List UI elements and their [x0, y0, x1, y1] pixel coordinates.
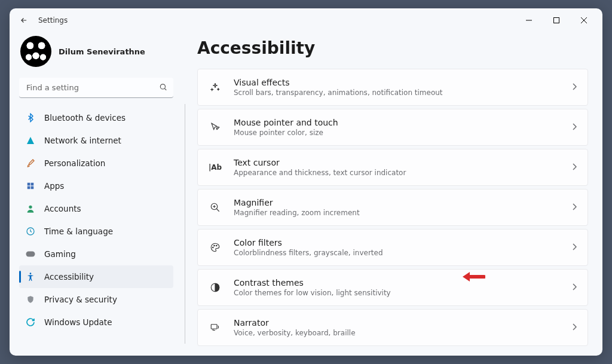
sidebar-item-label: Apps [44, 181, 64, 191]
settings-card-narrator[interactable]: NarratorVoice, verbosity, keyboard, brai… [197, 309, 588, 346]
settings-card-visual-effects[interactable]: Visual effectsScroll bars, transparency,… [197, 69, 588, 106]
settings-card-text-cursor[interactable]: |AbText cursorAppearance and thickness, … [197, 149, 588, 186]
narrator-icon [209, 322, 222, 333]
maximize-button[interactable] [543, 11, 570, 30]
avatar [20, 36, 51, 67]
sidebar-item-label: Time & language [44, 227, 113, 236]
close-button[interactable] [570, 11, 598, 30]
card-title: Narrator [234, 318, 560, 328]
card-text: Visual effectsScroll bars, transparency,… [234, 78, 560, 97]
card-text: Mouse pointer and touchMouse pointer col… [234, 118, 560, 137]
chevron-right-icon [572, 203, 577, 212]
sidebar-item-windows-update[interactable]: Windows Update [19, 311, 173, 334]
sidebar-item-label: Personalization [44, 158, 105, 168]
svg-point-9 [30, 273, 32, 274]
card-text: MagnifierMagnifier reading, zoom increme… [234, 198, 560, 217]
card-title: Mouse pointer and touch [234, 118, 560, 127]
card-title: Magnifier [234, 198, 560, 207]
scrollbar-track[interactable] [185, 104, 185, 344]
svg-rect-3 [31, 183, 34, 186]
sidebar-item-apps[interactable]: Apps [19, 175, 173, 197]
card-title: Contrast themes [234, 278, 560, 287]
card-desc: Appearance and thickness, text cursor in… [234, 169, 560, 177]
sidebar-item-time-language[interactable]: Time & language [19, 220, 173, 243]
svg-rect-4 [27, 186, 30, 189]
search-icon [159, 83, 167, 93]
back-button[interactable] [14, 11, 33, 30]
svg-rect-5 [31, 186, 34, 189]
sidebar-item-gaming[interactable]: Gaming [19, 243, 173, 265]
minimize-button[interactable] [515, 11, 543, 30]
clock-icon [25, 226, 36, 237]
main-panel: Accessibility Visual effectsScroll bars,… [183, 32, 602, 356]
card-desc: Voice, verbosity, keyboard, braille [234, 329, 560, 337]
sidebar-item-accounts[interactable]: Accounts [19, 197, 173, 220]
card-desc: Colorblindness filters, grayscale, inver… [234, 249, 560, 257]
svg-point-12 [214, 245, 215, 246]
card-text: Text cursorAppearance and thickness, tex… [234, 158, 560, 177]
chevron-right-icon [572, 123, 577, 132]
settings-card-list: Visual effectsScroll bars, transparency,… [197, 69, 588, 346]
card-title: Text cursor [234, 158, 560, 167]
sidebar: Dilum Senevirathne Bluetooth & devicesNe… [10, 32, 183, 356]
bluetooth-icon [25, 112, 36, 123]
search-input[interactable] [19, 78, 173, 98]
sidebar-item-personalization[interactable]: Personalization [19, 152, 173, 175]
accessibility-icon [25, 271, 36, 282]
user-profile[interactable]: Dilum Senevirathne [19, 32, 173, 78]
sidebar-item-label: Bluetooth & devices [44, 113, 126, 123]
chevron-right-icon [572, 83, 577, 92]
chevron-right-icon [572, 283, 577, 292]
shield-icon [25, 294, 36, 305]
card-text: Color filtersColorblindness filters, gra… [234, 238, 560, 257]
settings-card-contrast-themes[interactable]: Contrast themesColor themes for low visi… [197, 269, 588, 306]
svg-rect-0 [554, 18, 559, 23]
content-area: Dilum Senevirathne Bluetooth & devicesNe… [10, 32, 602, 356]
settings-card-mouse-pointer-and-touch[interactable]: Mouse pointer and touchMouse pointer col… [197, 109, 588, 146]
titlebar: Settings [10, 8, 602, 32]
nav-list: Bluetooth & devicesNetwork & internetPer… [19, 106, 173, 334]
card-text: NarratorVoice, verbosity, keyboard, brai… [234, 318, 560, 337]
sidebar-item-label: Accounts [44, 204, 81, 213]
chevron-right-icon [572, 163, 577, 172]
card-title: Visual effects [234, 78, 560, 87]
chevron-right-icon [572, 243, 577, 252]
user-name: Dilum Senevirathne [59, 47, 145, 56]
window-title: Settings [38, 16, 68, 25]
chevron-right-icon [572, 323, 577, 332]
sidebar-item-label: Windows Update [44, 317, 112, 327]
settings-card-magnifier[interactable]: MagnifierMagnifier reading, zoom increme… [197, 189, 588, 226]
card-desc: Scroll bars, transparency, animations, n… [234, 88, 560, 97]
sidebar-item-label: Network & internet [44, 136, 121, 145]
update-icon [25, 317, 36, 328]
svg-point-11 [213, 247, 214, 248]
sidebar-item-bluetooth-devices[interactable]: Bluetooth & devices [19, 106, 173, 129]
wifi-icon [25, 135, 36, 146]
card-desc: Mouse pointer color, size [234, 129, 560, 137]
sidebar-item-accessibility[interactable]: Accessibility [19, 265, 173, 288]
window-controls [515, 11, 598, 30]
sidebar-item-privacy-security[interactable]: Privacy & security [19, 288, 173, 311]
sparkle-icon [209, 82, 222, 93]
card-text: Contrast themesColor themes for low visi… [234, 278, 560, 297]
contrast-icon [209, 282, 222, 293]
page-title: Accessibility [197, 38, 588, 58]
settings-window: Settings Dilum Senevirathne Bluetooth & … [10, 8, 602, 356]
card-desc: Magnifier reading, zoom increment [234, 209, 560, 217]
svg-rect-15 [211, 325, 217, 329]
brush-icon [25, 158, 36, 169]
card-title: Color filters [234, 238, 560, 247]
magnifier-icon [209, 202, 222, 213]
sidebar-item-label: Accessibility [44, 272, 94, 282]
person-icon [25, 203, 36, 214]
card-desc: Color themes for low vision, light sensi… [234, 289, 560, 297]
sidebar-item-label: Privacy & security [44, 295, 117, 304]
apps-icon [25, 181, 36, 191]
search-box [19, 78, 173, 98]
svg-point-1 [160, 84, 165, 89]
text-cursor-icon: |Ab [209, 163, 222, 172]
sidebar-item-network-internet[interactable]: Network & internet [19, 129, 173, 152]
svg-point-13 [216, 245, 218, 246]
settings-card-color-filters[interactable]: Color filtersColorblindness filters, gra… [197, 229, 588, 266]
svg-rect-8 [26, 252, 35, 257]
